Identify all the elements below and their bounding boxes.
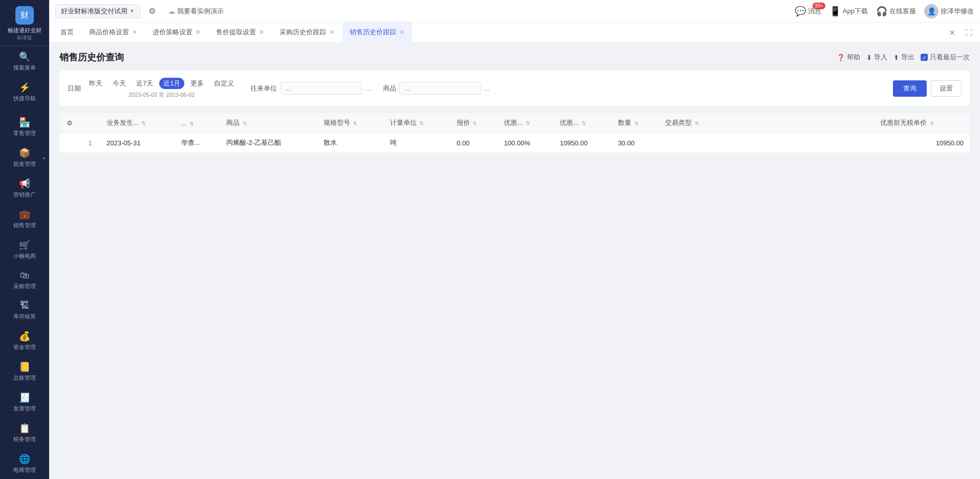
headset-icon: 🎧 [876,6,887,17]
supplier-input[interactable] [280,82,362,95]
row-spec-cell: 散水 [317,133,384,153]
topbar-right: 💬 消息 99+ 📱 App下载 🎧 在线客服 👤 徐泽华修改 [795,4,974,18]
message-badge: 99+ [813,3,825,9]
demo-button[interactable]: ☁ 我要看实例演示 [168,7,224,16]
tab-expand-button[interactable]: ⛶ [962,26,976,40]
date-yesterday[interactable]: 昨天 [85,78,106,89]
sort-icon-pretax: ⇅ [930,120,934,126]
supplier-label: 往来单位 [250,84,277,93]
col-price-header[interactable]: 报价 ⇅ [451,113,498,133]
checkbox-icon: ✓ [921,54,928,61]
sidebar-item-purchase[interactable]: 🛍 采购管理 [0,265,49,295]
tab-close-panel-button[interactable]: ✕ [945,26,960,40]
tab-product-price[interactable]: 商品价格设置 ✕ [82,23,144,43]
date-row1: 昨天 今天 近7天 近1月 更多 自定义 [85,78,238,89]
date-range-display: 2023-05-02 至 2023-06-02 [129,91,195,99]
col-pretax-header[interactable]: 优惠前无税单价 ⇅ [874,113,970,133]
tab-pricing-strategy-close[interactable]: ✕ [196,29,201,36]
sidebar-item-ecommerce[interactable]: 🌐 电商管理 [0,448,49,479]
tab-purchase-history-close[interactable]: ✕ [329,29,334,36]
sidebar-label-wholesale: 批发管理 [13,160,36,168]
chevron-down-icon: ▼ [130,8,135,14]
sidebar-label-quicknav: 快捷导航 [13,95,36,102]
sidebar-item-sales[interactable]: 💼 销售管理 [0,204,49,234]
sidebar-item-inventory[interactable]: 🏗 库存核算 [0,295,49,325]
supplier-more-button[interactable]: ... [365,84,371,92]
tab-sales-history-label: 销售历史价跟踪 [350,28,396,37]
col-product-header[interactable]: 商品 ⇅ [220,113,317,133]
sidebar-item-tax[interactable]: 📋 税务管理 [0,418,49,448]
app-download-button[interactable]: 📱 App下载 [829,6,868,17]
col-tradetype-header[interactable]: 交易类型 ⇅ [659,113,726,133]
help-button[interactable]: ❓ 帮助 [837,53,860,62]
app-download-label: App下载 [843,7,868,16]
content-area: 销售历史价查询 ❓ 帮助 ⬇ 导入 ⬆ 导出 ✓ 只看最后一次 [49,43,980,479]
product-more-button[interactable]: ... [484,84,490,92]
col-qty-header[interactable]: 数量 ⇅ [612,113,659,133]
general-ledger-icon: 📒 [19,361,30,373]
online-service-button[interactable]: 🎧 在线客服 [876,6,916,17]
user-menu-button[interactable]: 👤 徐泽华修改 [924,4,974,18]
col-gear[interactable]: ⚙ [59,113,80,133]
sidebar-item-marketing[interactable]: 📢 营销推广 [0,173,49,204]
only-last-checkbox[interactable]: ✓ 只看最后一次 [921,53,970,62]
tab-pricing-strategy-label: 进价策略设置 [153,28,193,37]
import-button[interactable]: ⬇ 导入 [866,53,887,62]
sidebar-item-retail[interactable]: 🏪 零售管理 [0,112,49,142]
tab-sales-history[interactable]: 销售历史价跟踪 ✕ [343,23,412,43]
data-table-wrapper: ⚙ 业务发生... ⇅ ... ⇅ 商品 ⇅ 规格型号 ⇅ 计量单位 ⇅ 报价 … [59,113,970,153]
tab-sale-price-close[interactable]: ✕ [259,29,264,36]
sort-icon-discount2: ⇅ [582,120,586,126]
quicknav-icon: ⚡ [19,82,30,93]
export-icon: ⬆ [893,54,899,61]
message-button[interactable]: 💬 消息 99+ [795,6,821,17]
col-discount2-header[interactable]: 优惠... ⇅ [553,113,611,133]
row-qty-cell: 30.00 [612,133,659,153]
tab-resize-buttons: ✕ ⛶ [945,26,976,40]
export-button[interactable]: ⬆ 导出 [893,53,914,62]
col-unit-header[interactable]: 计量单位 ⇅ [384,113,451,133]
main-area: 好业财标准版交付试用 ▼ ⚙ ☁ 我要看实例演示 💬 消息 99+ 📱 App下… [49,0,980,479]
sidebar-label-search: 搜索菜单 [13,64,36,72]
tab-pricing-strategy[interactable]: 进价策略设置 ✕ [145,23,208,43]
row-product-cell: 丙烯酸-2-乙基己酯 [220,133,317,153]
demo-label: 我要看实例演示 [177,7,224,16]
sidebar-item-quicknav[interactable]: ⚡ 快捷导航 [0,77,49,107]
supplier-filter-group: 往来单位 ... [250,82,371,95]
sidebar-item-finance[interactable]: 💰 资金管理 [0,325,49,356]
topbar: 好业财标准版交付试用 ▼ ⚙ ☁ 我要看实例演示 💬 消息 99+ 📱 App下… [49,0,980,23]
tab-sale-price[interactable]: 售价提取设置 ✕ [209,23,271,43]
filter-settings-button[interactable]: 设置 [931,80,962,97]
tab-product-price-close[interactable]: ✕ [132,29,137,36]
version-select[interactable]: 好业财标准版交付试用 ▼ [55,4,140,18]
settings-gear-button[interactable]: ⚙ [144,4,160,19]
sidebar-item-invoice[interactable]: 🧾 发票管理 [0,387,49,418]
sort-icon-tradetype: ⇅ [695,120,699,126]
date-today[interactable]: 今天 [109,78,130,89]
tabbar: 首页 商品价格设置 ✕ 进价策略设置 ✕ 售价提取设置 ✕ 采购历史价跟踪 ✕ … [49,23,980,43]
sidebar-item-ecommerce-small[interactable]: 🛒 小畅电商 [0,234,49,265]
sort-icon-product: ⇅ [243,120,247,126]
sidebar-label-inventory: 库存核算 [13,313,36,320]
col-bizdate-header[interactable]: 业务发生... ⇅ [100,113,175,133]
product-input[interactable] [399,82,481,95]
tab-sales-history-close[interactable]: ✕ [399,29,404,36]
date-more[interactable]: 更多 [186,78,208,89]
retail-icon: 🏪 [19,117,30,128]
sidebar-item-search[interactable]: 🔍 搜索菜单 [0,46,49,77]
sidebar-label-finance: 资金管理 [13,343,36,351]
col-discount1-header[interactable]: 优惠... ⇅ [498,113,553,133]
query-button[interactable]: 查询 [893,80,927,97]
date-last1m[interactable]: 近1月 [159,78,184,89]
table-body: 1 2023-05-31 华查... 丙烯酸-2-乙基己酯 散水 吨 0.00 … [59,133,970,153]
sidebar-item-general-ledger[interactable]: 📒 总账管理 [0,356,49,387]
ecommerce-small-icon: 🛒 [19,239,30,251]
row-unit-cell: 吨 [384,133,451,153]
col-spec-header[interactable]: 规格型号 ⇅ [317,113,384,133]
date-last7[interactable]: 近7天 [132,78,157,89]
col-more-header[interactable]: ... ⇅ [175,113,220,133]
tab-home[interactable]: 首页 [53,23,81,43]
date-custom[interactable]: 自定义 [210,78,238,89]
tab-purchase-history[interactable]: 采购历史价跟踪 ✕ [272,23,342,43]
sidebar-item-wholesale[interactable]: 📦 批发管理 [0,142,49,173]
